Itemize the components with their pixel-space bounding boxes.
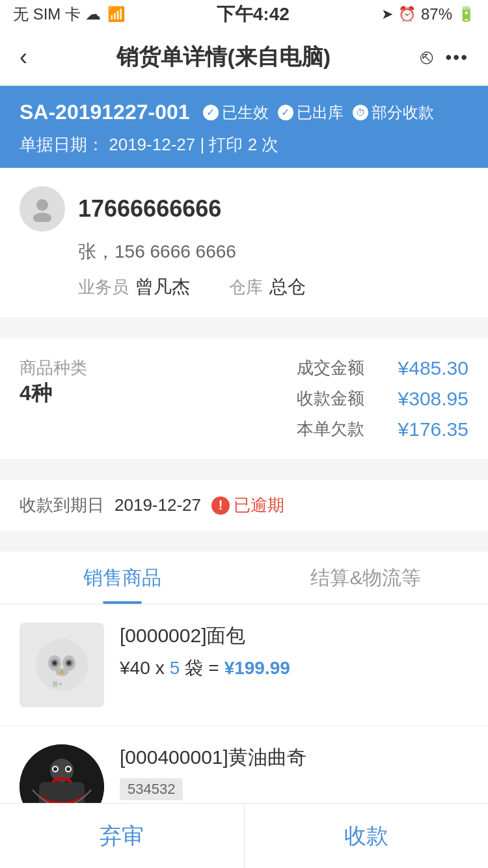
due-date-label: 收款到期日: [20, 494, 104, 517]
order-print-info: | 打印 2 次: [200, 135, 278, 154]
product-price-row-1: ¥40 x 5 袋 = ¥199.99: [120, 656, 468, 681]
tabs-container: 销售商品 结算&物流等: [0, 552, 488, 604]
tab-settlement-label: 结算&物流等: [310, 565, 421, 591]
status-badges: ✓ 已生效 ✓ 已出库 ⏱ 部分收款: [203, 102, 434, 123]
price-sep-1b: =: [208, 658, 219, 679]
back-button[interactable]: ‹: [20, 44, 27, 71]
sales-value: 曾凡杰: [135, 275, 190, 299]
alarm-icon: ⏰: [398, 6, 416, 23]
received-amount-label: 收款金额: [297, 387, 364, 410]
transaction-amount-value: ¥485.30: [377, 357, 468, 379]
sales-person: 业务员 曾凡杰: [78, 275, 190, 299]
svg-point-7: [53, 661, 57, 665]
product-image-1: 兽+: [20, 623, 104, 707]
check-icon-1: ✓: [203, 105, 219, 120]
page-title: 销货单详情(来自电脑): [116, 42, 331, 72]
customer-phone: 17666666666: [78, 195, 221, 223]
bottom-action-bar: 弃审 收款: [0, 803, 488, 868]
nav-bar: ‹ 销货单详情(来自电脑) ⎋ •••: [0, 29, 488, 86]
reject-button[interactable]: 弃审: [0, 804, 245, 868]
product-details-1: [0000002]面包 ¥40 x 5 袋 = ¥199.99: [120, 623, 468, 681]
battery-icon: 🔋: [457, 6, 475, 23]
order-date-value: 2019-12-27: [109, 135, 195, 154]
tab-products-label: 销售商品: [83, 565, 161, 591]
product-type-summary: 商品种类 4种: [20, 357, 87, 408]
svg-point-0: [36, 199, 48, 211]
customer-avatar: [20, 186, 65, 232]
due-date-value: 2019-12-27: [115, 495, 201, 515]
overdue-icon: !: [211, 496, 230, 515]
product-name-2: [000400001]黄油曲奇: [120, 744, 468, 771]
debt-amount-row: 本单欠款 ¥176.35: [297, 418, 468, 441]
customer-meta: 业务员 曾凡杰 仓库 总仓: [78, 275, 468, 299]
due-date-section: 收款到期日 2019-12-27 ! 已逾期: [0, 480, 488, 531]
status-bar: 无 SIM 卡 ☁ 📶 下午4:42 ➤ ⏰ 87% 🔋: [0, 0, 488, 29]
debt-amount-label: 本单欠款: [297, 418, 364, 441]
product-type-label: 商品种类: [20, 357, 87, 379]
share-icon[interactable]: ⎋: [420, 45, 433, 69]
received-amount-row: 收款金额 ¥308.95: [297, 387, 468, 410]
svg-text:兽+: 兽+: [52, 681, 62, 688]
status-badge-effective: ✓ 已生效: [203, 102, 269, 123]
order-date-label: 单据日期：: [20, 135, 104, 154]
customer-info: 17666666666: [20, 186, 468, 232]
wifi-icon: 📶: [107, 6, 125, 23]
price-qty-1: 5: [170, 658, 180, 679]
order-date-row: 单据日期： 2019-12-27 | 打印 2 次: [20, 133, 468, 156]
summary-section: 商品种类 4种 成交金额 ¥485.30 收款金额 ¥308.95 本单欠款 ¥…: [0, 338, 488, 459]
overdue-text: 已逾期: [234, 494, 284, 517]
nav-right: ⎋ •••: [420, 45, 468, 69]
table-row: 兽+ [0000002]面包 ¥40 x 5 袋 = ¥199.99: [0, 604, 488, 726]
collect-button[interactable]: 收款: [245, 804, 489, 868]
warehouse-label: 仓库: [229, 276, 263, 299]
divider-1: [0, 318, 488, 328]
svg-point-17: [53, 767, 57, 771]
received-amount-value: ¥308.95: [377, 388, 468, 410]
price-sep-1a: x: [156, 658, 165, 679]
status-badge-shipped: ✓ 已出库: [278, 102, 344, 123]
svg-point-18: [66, 767, 70, 771]
warehouse-value: 总仓: [269, 275, 306, 299]
divider-3: [0, 531, 488, 541]
svg-point-8: [67, 661, 71, 665]
svg-point-1: [33, 213, 51, 222]
price-unit-1: 袋: [185, 656, 203, 681]
sales-label: 业务员: [78, 276, 129, 299]
transaction-amount-label: 成交金额: [297, 357, 364, 379]
product-sku-2: 534532: [120, 778, 183, 800]
debt-amount-value: ¥176.35: [377, 418, 468, 441]
check-icon-2: ✓: [278, 105, 293, 120]
overdue-badge: ! 已逾期: [211, 494, 284, 517]
amount-summary: 成交金额 ¥485.30 收款金额 ¥308.95 本单欠款 ¥176.35: [297, 357, 468, 441]
product-name-1: [0000002]面包: [120, 623, 468, 649]
order-header: SA-20191227-001 ✓ 已生效 ✓ 已出库 ⏱ 部分收款 单据日期：…: [0, 86, 488, 168]
more-icon[interactable]: •••: [446, 47, 468, 68]
status-left: 无 SIM 卡 ☁ 📶: [13, 4, 125, 25]
price-total-1: ¥199.99: [224, 658, 290, 679]
clock-icon: ⏱: [353, 105, 368, 120]
battery-text: 87%: [421, 5, 452, 23]
order-id: SA-20191227-001: [20, 100, 190, 124]
product-type-value: 4种: [20, 379, 87, 408]
customer-section: 17666666666 张，156 6666 6666 业务员 曾凡杰 仓库 总…: [0, 168, 488, 318]
time-display: 下午4:42: [217, 2, 290, 27]
tab-active-indicator: [103, 601, 142, 604]
location-icon: ➤: [381, 6, 393, 23]
price-base-1: ¥40: [120, 658, 150, 679]
status-right: ➤ ⏰ 87% 🔋: [381, 5, 475, 23]
divider-2: [0, 459, 488, 469]
no-sim-text: 无 SIM 卡 ☁: [13, 4, 101, 25]
customer-name: 张，156 6666 6666: [78, 239, 468, 264]
tab-products[interactable]: 销售商品: [0, 552, 244, 604]
transaction-amount-row: 成交金额 ¥485.30: [297, 357, 468, 379]
warehouse: 仓库 总仓: [229, 275, 306, 299]
tab-settlement[interactable]: 结算&物流等: [244, 552, 488, 604]
nav-left: ‹: [20, 44, 27, 71]
status-badge-partial: ⏱ 部分收款: [353, 102, 434, 123]
